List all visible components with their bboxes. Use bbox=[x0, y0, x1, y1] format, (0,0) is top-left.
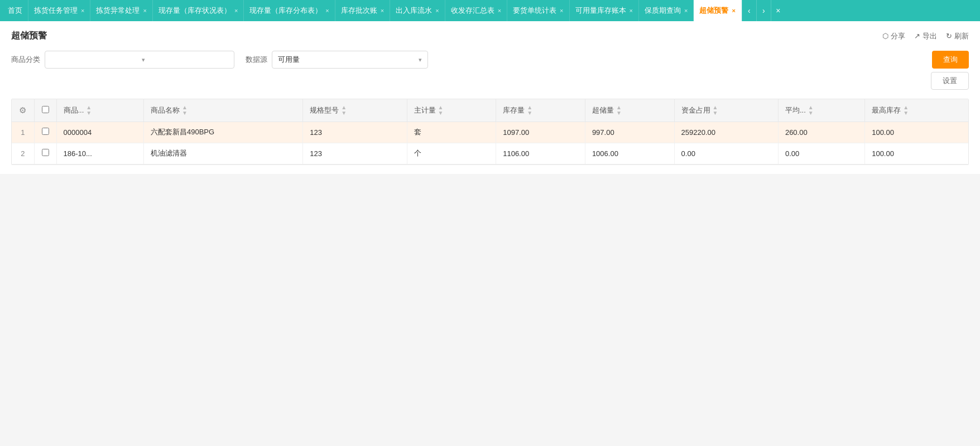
sort-stock-qty-icon[interactable]: ▲▼ bbox=[527, 105, 532, 116]
nav-arrow-close[interactable]: × bbox=[771, 0, 785, 21]
share-label: 分享 bbox=[891, 31, 905, 41]
row-product-name-0: 六配套新昌490BPG bbox=[143, 122, 302, 143]
row-checkbox-1 bbox=[34, 143, 56, 164]
sort-capital-usage-icon[interactable]: ▲▼ bbox=[713, 105, 718, 116]
row-capital-usage-0: 259220.00 bbox=[674, 122, 778, 143]
page-header: 超储预警 ⬡ 分享 ↗ 导出 ↻ 刷新 bbox=[11, 30, 969, 42]
th-stock-qty: 库存量 ▲▼ bbox=[496, 99, 585, 122]
export-label: 导出 bbox=[923, 31, 937, 41]
refresh-icon: ↻ bbox=[946, 32, 952, 40]
th-stock-qty-label: 库存量 bbox=[503, 105, 525, 115]
nav-order-stat[interactable]: 要货单统计表 × bbox=[507, 0, 569, 21]
sort-avg-icon[interactable]: ▲▼ bbox=[808, 105, 814, 116]
table-header-row: ⚙ 商品... ▲▼ 商品名称 ▲▼ bbox=[12, 99, 968, 122]
row-stock-qty-0: 1097.00 bbox=[496, 122, 585, 143]
row-unit-0: 套 bbox=[407, 122, 496, 143]
sort-spec-icon[interactable]: ▲▼ bbox=[341, 105, 347, 116]
nav-available-close[interactable]: × bbox=[630, 7, 633, 14]
category-select[interactable]: ▾ bbox=[45, 51, 234, 69]
row-spec-1: 123 bbox=[303, 143, 407, 164]
row-product-code-0: 0000004 bbox=[56, 122, 143, 143]
nav-overstock[interactable]: 超储预警 × bbox=[694, 0, 741, 21]
nav-abnormal-label: 拣货异常处理 bbox=[96, 6, 140, 16]
nav-quality-close[interactable]: × bbox=[684, 7, 688, 14]
row-avg-1: 0.00 bbox=[778, 143, 864, 164]
th-product-code-label: 商品... bbox=[64, 105, 84, 115]
nav-inout-flow[interactable]: 出入库流水 × bbox=[390, 0, 445, 21]
refresh-button[interactable]: ↻ 刷新 bbox=[946, 31, 969, 41]
th-settings: ⚙ bbox=[12, 99, 34, 122]
th-overstock-qty: 超储量 ▲▼ bbox=[585, 99, 674, 122]
nav-quality-label: 保质期查询 bbox=[645, 6, 681, 16]
nav-arrow-right[interactable]: › bbox=[756, 0, 771, 21]
settings-button[interactable]: 设置 bbox=[931, 72, 969, 90]
datasource-arrow-icon: ▾ bbox=[419, 56, 422, 64]
nav-home-label: 首页 bbox=[8, 6, 22, 16]
nav-order-stat-close[interactable]: × bbox=[560, 7, 563, 14]
category-label: 商品分类 bbox=[11, 55, 40, 65]
nav-available[interactable]: 可用量库存账本 × bbox=[570, 0, 639, 21]
header-actions: ⬡ 分享 ↗ 导出 ↻ 刷新 bbox=[882, 31, 969, 41]
nav-collect-close[interactable]: × bbox=[498, 7, 501, 14]
th-avg-label: 平均... bbox=[785, 105, 806, 115]
top-nav: 首页 拣货任务管理 × 拣货异常处理 × 现存量（库存状况表） × 现存量（库存… bbox=[0, 0, 980, 21]
filter-datasource: 数据源 可用量 ▾ bbox=[246, 51, 428, 69]
th-overstock-qty-label: 超储量 bbox=[592, 105, 614, 115]
row-check-1[interactable] bbox=[42, 149, 49, 156]
nav-available-label: 可用量库存账本 bbox=[575, 6, 626, 16]
row-num-1: 2 bbox=[12, 143, 34, 164]
row-checkbox-0 bbox=[34, 122, 56, 143]
th-product-name: 商品名称 ▲▼ bbox=[143, 99, 302, 122]
nav-quality[interactable]: 保质期查询 × bbox=[639, 0, 694, 21]
query-button[interactable]: 查询 bbox=[932, 51, 969, 69]
nav-stock-dist[interactable]: 现存量（库存分布表） × bbox=[244, 0, 335, 21]
nav-arrow-left[interactable]: ‹ bbox=[742, 0, 756, 21]
nav-overstock-close[interactable]: × bbox=[732, 7, 735, 14]
nav-stock-dist-close[interactable]: × bbox=[325, 7, 329, 14]
nav-task-mgmt[interactable]: 拣货任务管理 × bbox=[28, 0, 90, 21]
nav-batch-close[interactable]: × bbox=[381, 7, 384, 14]
export-icon: ↗ bbox=[914, 32, 920, 40]
select-all-checkbox[interactable] bbox=[42, 106, 49, 113]
share-button[interactable]: ⬡ 分享 bbox=[882, 31, 905, 41]
nav-abnormal[interactable]: 拣货异常处理 × bbox=[90, 0, 152, 21]
th-avg: 平均... ▲▼ bbox=[778, 99, 864, 122]
th-unit: 主计量 ▲▼ bbox=[407, 99, 496, 122]
th-checkbox bbox=[34, 99, 56, 122]
row-overstock-qty-1: 1006.00 bbox=[585, 143, 674, 164]
table-body: 1 0000004 六配套新昌490BPG 123 套 1097.00 997.… bbox=[12, 122, 968, 164]
row-unit-1: 个 bbox=[407, 143, 496, 164]
export-button[interactable]: ↗ 导出 bbox=[914, 31, 937, 41]
datasource-label: 数据源 bbox=[246, 55, 267, 65]
th-unit-label: 主计量 bbox=[414, 105, 436, 115]
sort-unit-icon[interactable]: ▲▼ bbox=[438, 105, 444, 116]
nav-collect-label: 收发存汇总表 bbox=[451, 6, 494, 16]
row-check-0[interactable] bbox=[42, 128, 49, 135]
table-row: 2 186-10... 机油滤清器 123 个 1106.00 1006.00 … bbox=[12, 143, 968, 164]
th-spec-label: 规格型号 bbox=[310, 105, 339, 115]
row-stock-qty-1: 1106.00 bbox=[496, 143, 585, 164]
nav-stock-status[interactable]: 现存量（库存状况表） × bbox=[153, 0, 244, 21]
nav-abnormal-close[interactable]: × bbox=[143, 7, 146, 14]
category-arrow-icon: ▾ bbox=[142, 56, 228, 64]
sort-product-code-icon[interactable]: ▲▼ bbox=[86, 105, 92, 116]
nav-task-mgmt-close[interactable]: × bbox=[81, 7, 84, 14]
row-num-0: 1 bbox=[12, 122, 34, 143]
nav-inout-flow-close[interactable]: × bbox=[435, 7, 439, 14]
sort-overstock-qty-icon[interactable]: ▲▼ bbox=[616, 105, 622, 116]
sort-max-stock-icon[interactable]: ▲▼ bbox=[903, 105, 909, 116]
th-product-name-label: 商品名称 bbox=[151, 105, 180, 115]
datasource-select[interactable]: 可用量 ▾ bbox=[272, 51, 428, 69]
nav-home[interactable]: 首页 bbox=[2, 0, 28, 21]
filter-row: 商品分类 ▾ 数据源 可用量 ▾ bbox=[11, 51, 922, 69]
nav-batch-label: 库存批次账 bbox=[341, 6, 377, 16]
settings-gear-icon[interactable]: ⚙ bbox=[19, 105, 26, 115]
row-max-stock-1: 100.00 bbox=[865, 143, 968, 164]
row-capital-usage-1: 0.00 bbox=[674, 143, 778, 164]
nav-collect[interactable]: 收发存汇总表 × bbox=[445, 0, 507, 21]
nav-stock-status-close[interactable]: × bbox=[234, 7, 238, 14]
nav-stock-status-label: 现存量（库存状况表） bbox=[158, 6, 231, 16]
sort-product-name-icon[interactable]: ▲▼ bbox=[182, 105, 188, 116]
refresh-label: 刷新 bbox=[954, 31, 969, 41]
nav-batch[interactable]: 库存批次账 × bbox=[335, 0, 390, 21]
